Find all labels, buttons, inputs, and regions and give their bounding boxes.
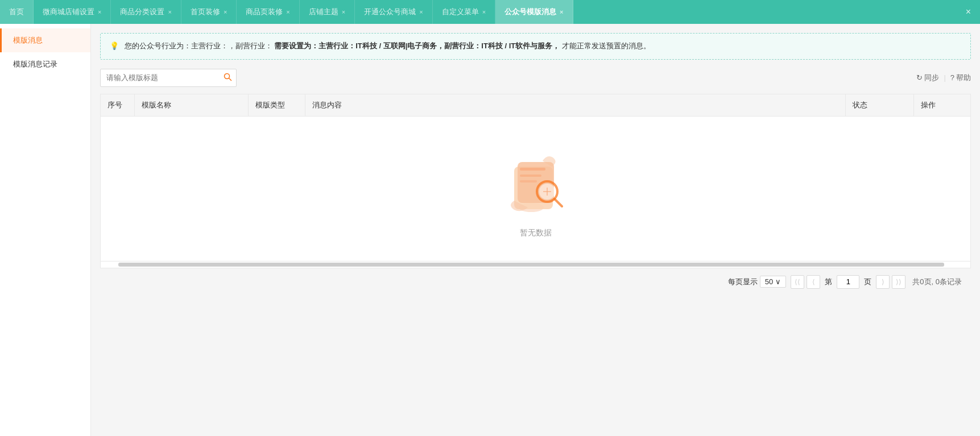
- tab-micro-shop-label: 微商城店铺设置: [43, 7, 94, 17]
- page-last-button[interactable]: ⟩⟩: [892, 275, 905, 289]
- sidebar-item-template-record[interactable]: 模版消息记录: [0, 52, 90, 76]
- tab-template-msg-close[interactable]: ×: [560, 9, 563, 15]
- page-next-button[interactable]: ⟩: [876, 275, 890, 289]
- tab-open-public[interactable]: 开通公众号商城 ×: [355, 0, 432, 24]
- notice-icon: 💡: [110, 41, 119, 50]
- tab-template-msg[interactable]: 公众号模版消息 ×: [495, 0, 573, 24]
- tab-shop-theme-close[interactable]: ×: [342, 9, 345, 15]
- tab-custom-menu[interactable]: 自定义菜单 ×: [433, 0, 495, 24]
- tab-home[interactable]: 首页: [0, 0, 34, 24]
- svg-line-10: [555, 199, 562, 206]
- tab-product-category[interactable]: 商品分类设置 ×: [111, 0, 181, 24]
- tab-open-public-label: 开通公众号商城: [364, 7, 416, 17]
- scrollbar-thumb: [118, 263, 945, 267]
- tab-open-public-close[interactable]: ×: [419, 9, 423, 15]
- tab-product-decor-label: 商品页装修: [246, 7, 283, 17]
- help-label: 帮助: [956, 73, 971, 83]
- svg-rect-5: [520, 168, 545, 171]
- empty-text: 暂无数据: [520, 228, 552, 238]
- col-seq: 序号: [101, 94, 135, 116]
- empty-icon: [502, 151, 570, 219]
- table-empty-row: 暂无数据: [101, 116, 971, 261]
- tab-home-label: 首页: [9, 7, 24, 17]
- tab-custom-menu-close[interactable]: ×: [482, 9, 486, 15]
- svg-rect-7: [520, 180, 537, 182]
- col-content: 消息内容: [305, 94, 846, 116]
- page-size-label: 每页显示: [728, 277, 758, 287]
- page-first-button[interactable]: ⟨⟨: [791, 275, 804, 289]
- help-button[interactable]: ? 帮助: [950, 73, 971, 83]
- page-label-after: 页: [864, 277, 871, 287]
- help-icon: ?: [950, 73, 954, 82]
- sync-button[interactable]: ↻ 同步: [916, 73, 939, 83]
- main-layout: 模版消息 模版消息记录 💡 您的公众号行业为：主营行业：，副营行业： 需要设置为…: [0, 24, 980, 436]
- tab-shop-theme-label: 店铺主题: [309, 7, 338, 17]
- col-type: 模版类型: [249, 94, 305, 116]
- tab-product-decor-close[interactable]: ×: [286, 9, 290, 15]
- tab-bar: 首页 微商城店铺设置 × 商品分类设置 × 首页装修 × 商品页装修 × 店铺主…: [0, 0, 980, 24]
- search-input[interactable]: [100, 69, 237, 87]
- svg-line-1: [229, 78, 231, 80]
- notice-prefix: 您的公众号行业为：主营行业：，副营行业：: [125, 41, 272, 50]
- notice-box: 💡 您的公众号行业为：主营行业：，副营行业： 需要设置为：主营行业：IT科技 /…: [100, 33, 971, 60]
- sidebar-item-template-record-label: 模版消息记录: [13, 60, 57, 68]
- pagination: 每页显示 50 ∨ ⟨⟨ ⟨ 第 页 ⟩ ⟩⟩ 共0页, 0条记录: [100, 268, 971, 289]
- table-header-row: 序号 模版名称 模版类型 消息内容 状态 操作: [101, 94, 971, 116]
- col-action: 操作: [914, 94, 971, 116]
- tab-template-msg-label: 公众号模版消息: [505, 7, 556, 17]
- data-table: 序号 模版名称 模版类型 消息内容 状态 操作: [100, 94, 971, 261]
- svg-rect-6: [520, 175, 541, 177]
- search-input-wrap: [100, 69, 237, 87]
- sidebar: 模版消息 模版消息记录: [0, 24, 91, 436]
- search-bar: ↻ 同步 | ? 帮助: [100, 69, 971, 87]
- content-area: 💡 您的公众号行业为：主营行业：，副营行业： 需要设置为：主营行业：IT科技 /…: [91, 24, 980, 436]
- page-prev-button[interactable]: ⟨: [807, 275, 820, 289]
- sidebar-item-template-msg-label: 模版消息: [13, 36, 43, 44]
- tab-product-category-close[interactable]: ×: [168, 9, 171, 15]
- page-size-value: 50: [765, 277, 773, 286]
- col-status: 状态: [846, 94, 914, 116]
- page-size-select: 每页显示 50 ∨: [728, 276, 786, 288]
- toolbar-divider: |: [944, 73, 945, 82]
- tab-custom-menu-label: 自定义菜单: [442, 7, 479, 17]
- empty-state: 暂无数据: [101, 117, 970, 261]
- tab-shop-theme[interactable]: 店铺主题 ×: [300, 0, 355, 24]
- tab-bar-global-close[interactable]: ×: [957, 0, 980, 24]
- sync-icon: ↻: [916, 73, 923, 82]
- page-size-arrow-icon: ∨: [775, 277, 781, 286]
- page-total: 共0页, 0条记录: [912, 277, 962, 287]
- toolbar-right: ↻ 同步 | ? 帮助: [916, 73, 971, 83]
- table-scrollbar[interactable]: [100, 261, 971, 268]
- page-nav: ⟨⟨ ⟨ 第 页 ⟩ ⟩⟩ 共0页, 0条记录: [791, 275, 962, 289]
- col-name: 模版名称: [135, 94, 249, 116]
- page-size-dropdown[interactable]: 50 ∨: [760, 276, 786, 288]
- search-button[interactable]: [224, 73, 232, 83]
- notice-suffix: 才能正常发送预置的消息。: [562, 41, 651, 50]
- page-number-input[interactable]: [837, 275, 859, 289]
- tab-micro-shop-close[interactable]: ×: [98, 9, 101, 15]
- tab-micro-shop[interactable]: 微商城店铺设置 ×: [34, 0, 111, 24]
- tab-home-decor-label: 首页装修: [191, 7, 220, 17]
- sync-label: 同步: [924, 73, 939, 83]
- page-label-before: 第: [825, 277, 832, 287]
- tab-home-decor[interactable]: 首页装修 ×: [181, 0, 237, 24]
- notice-highlight: 需要设置为：主营行业：IT科技 / 互联网|电子商务，副营行业：IT科技 / I…: [274, 41, 560, 50]
- tab-product-category-label: 商品分类设置: [120, 7, 164, 17]
- tab-home-decor-close[interactable]: ×: [224, 9, 227, 15]
- sidebar-item-template-msg[interactable]: 模版消息: [0, 28, 90, 52]
- tab-product-decor[interactable]: 商品页装修 ×: [237, 0, 299, 24]
